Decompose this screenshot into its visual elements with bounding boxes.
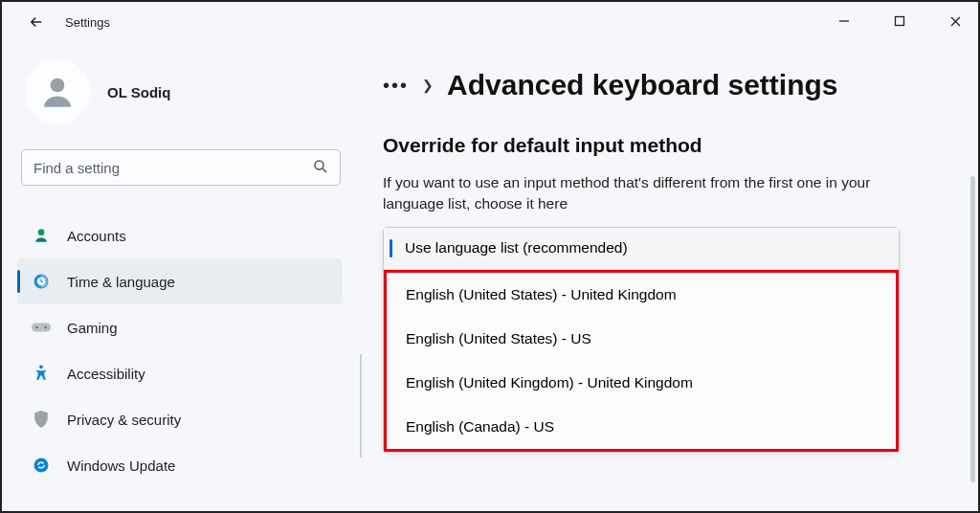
main-content: ••• ❯ Advanced keyboard settings Overrid… — [356, 42, 978, 511]
maximize-button[interactable] — [882, 8, 917, 34]
avatar — [25, 59, 90, 124]
dropdown-selected[interactable]: Use language list (recommended) — [384, 228, 899, 270]
svg-point-12 — [44, 326, 46, 328]
svg-point-14 — [34, 458, 49, 473]
nav-list: Accounts Time & language Gaming Accessib… — [21, 212, 343, 488]
scrollbar[interactable] — [970, 176, 975, 482]
svg-point-4 — [51, 78, 65, 93]
section-heading: Override for default input method — [383, 134, 951, 157]
dropdown-option[interactable]: English (United States) - US — [387, 317, 896, 361]
sidebar-item-label: Gaming — [67, 320, 118, 336]
dropdown-selected-label: Use language list (recommended) — [405, 239, 628, 256]
dropdown-option[interactable]: English (Canada) - US — [387, 405, 896, 449]
search-input[interactable] — [21, 149, 341, 186]
breadcrumb: ••• ❯ Advanced keyboard settings — [383, 69, 951, 101]
sidebar-item-label: Time & language — [67, 274, 175, 290]
page-title: Advanced keyboard settings — [447, 69, 837, 101]
time-language-icon — [31, 271, 52, 292]
svg-rect-10 — [32, 323, 51, 331]
user-profile[interactable]: OL Sodiq — [25, 59, 343, 124]
sidebar-item-gaming[interactable]: Gaming — [17, 304, 343, 350]
dropdown-option[interactable]: English (United Kingdom) - United Kingdo… — [387, 361, 896, 405]
minimize-button[interactable] — [827, 8, 861, 34]
divider — [360, 354, 362, 457]
accounts-icon — [31, 225, 52, 246]
svg-point-13 — [39, 365, 43, 368]
dropdown-options-highlight: English (United States) - United Kingdom… — [384, 270, 899, 452]
sidebar-item-label: Privacy & security — [67, 412, 181, 428]
svg-point-11 — [35, 326, 37, 328]
sidebar-item-accounts[interactable]: Accounts — [17, 212, 343, 258]
sidebar: OL Sodiq Accounts Time & language Gaming… — [2, 42, 356, 511]
close-button[interactable] — [938, 8, 972, 34]
sidebar-item-label: Accessibility — [67, 366, 145, 382]
sidebar-item-privacy-security[interactable]: Privacy & security — [17, 396, 343, 442]
search-icon — [312, 158, 329, 175]
sidebar-item-label: Windows Update — [67, 457, 175, 474]
back-button[interactable] — [21, 7, 52, 37]
username: OL Sodiq — [107, 84, 170, 100]
titlebar: Settings — [2, 2, 978, 42]
svg-point-7 — [38, 229, 45, 235]
sidebar-item-windows-update[interactable]: Windows Update — [17, 442, 343, 488]
svg-point-5 — [315, 161, 323, 169]
breadcrumb-more-icon[interactable]: ••• — [383, 75, 409, 97]
svg-line-6 — [323, 168, 326, 172]
input-method-dropdown[interactable]: Use language list (recommended) English … — [383, 227, 900, 453]
shield-icon — [31, 409, 52, 430]
sidebar-item-time-language[interactable]: Time & language — [17, 258, 343, 304]
section-description: If you want to use an input method that'… — [383, 172, 900, 215]
search-box[interactable] — [21, 149, 343, 186]
svg-rect-1 — [896, 17, 904, 26]
windows-update-icon — [31, 455, 52, 476]
accessibility-icon — [31, 363, 52, 384]
gaming-icon — [31, 317, 52, 338]
sidebar-item-accessibility[interactable]: Accessibility — [17, 350, 343, 396]
window-controls — [827, 8, 972, 34]
sidebar-item-label: Accounts — [67, 228, 126, 244]
window-title: Settings — [65, 15, 110, 30]
chevron-right-icon: ❯ — [422, 78, 434, 93]
dropdown-option[interactable]: English (United States) - United Kingdom — [387, 273, 896, 317]
